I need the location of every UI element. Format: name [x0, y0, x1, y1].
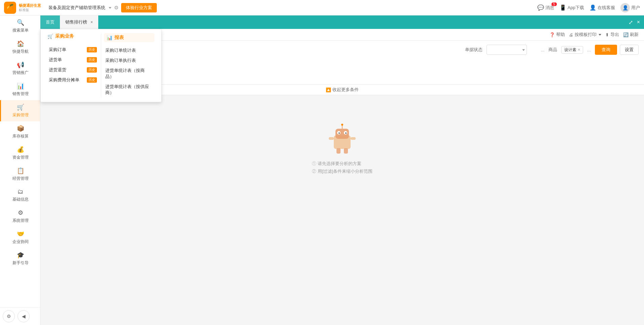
- po-stats-label: 采购订单统计表: [105, 47, 136, 53]
- online-service-label: 在线客服: [598, 5, 615, 11]
- sidebar-label-operations: 经营管理: [12, 176, 29, 181]
- goods-dots[interactable]: ...: [587, 47, 591, 52]
- tab-bar: 首页 销售排行榜 × ⤢ ×: [40, 15, 644, 29]
- service-icon: 👤: [589, 4, 596, 11]
- app-download-action[interactable]: 📱 App下载: [560, 4, 584, 11]
- sidebar-item-inventory[interactable]: 📦 库存核算: [0, 121, 40, 143]
- dropdown-item-po-exec[interactable]: 采购订单执行表: [104, 55, 155, 66]
- export-action[interactable]: ⬆ 导出: [605, 32, 619, 38]
- setting-button[interactable]: 设置: [620, 45, 639, 55]
- inventory-icon: 📦: [17, 125, 24, 132]
- avatar: 👤: [620, 3, 630, 12]
- svg-point-5: [345, 132, 347, 134]
- empty-hints: 请先选择要分析的方案 用[过滤]条件来缩小分析范围: [312, 160, 372, 175]
- sidebar-label-finance: 资金管理: [12, 155, 29, 160]
- purchase-arrival-label: 进货单: [49, 57, 62, 63]
- dropdown-columns: 🛒 采购业务 采购订单 历史 进货单 历史 进货退货 历史 采购费用分摊单 历史: [45, 33, 157, 98]
- empty-hint-1: 请先选择要分析的方案: [312, 160, 372, 167]
- newbie-icon: 🎓: [17, 251, 24, 259]
- purchase-col: 🛒 采购业务 采购订单 历史 进货单 历史 进货退货 历史 采购费用分摊单 历史: [45, 33, 101, 98]
- message-icon: 💬: [537, 4, 544, 11]
- print-chevron-icon: [599, 34, 601, 36]
- dropdown-item-arrival-by-goods[interactable]: 进货单统计表（按商品）: [104, 66, 155, 82]
- sidebar-item-sales[interactable]: 📊 销售管理: [0, 79, 40, 100]
- tab-close-icon[interactable]: ×: [91, 20, 93, 25]
- purchase-expense-history-badge: 历史: [87, 77, 97, 83]
- goods-tag-text: 设计素: [564, 47, 576, 53]
- online-service-action[interactable]: 👤 在线客服: [589, 4, 615, 11]
- refresh-action[interactable]: 🔄 刷新: [623, 32, 639, 38]
- svg-point-4: [338, 132, 340, 134]
- dropdown-item-arrival-by-supplier[interactable]: 进货单统计表（按供应商）: [104, 82, 155, 98]
- tab-home-label: 首页: [46, 19, 55, 25]
- goods-tag-close-icon[interactable]: ×: [578, 47, 580, 52]
- sidebar-item-search[interactable]: 🔍 搜索菜单: [0, 15, 40, 37]
- sidebar-label-system: 系统管理: [12, 218, 29, 224]
- sidebar-label-inventory: 库存核算: [12, 133, 29, 139]
- user-action[interactable]: 👤 用户: [620, 3, 640, 12]
- system-name: 装备及固定资产辅助管理系统: [48, 5, 105, 11]
- export-label: 导出: [610, 32, 619, 38]
- svg-rect-11: [344, 148, 348, 154]
- user-label: 用户: [631, 5, 640, 11]
- message-action[interactable]: 💬 消息 5: [537, 4, 554, 11]
- dropdown-item-po-stats[interactable]: 采购订单统计表: [104, 45, 155, 55]
- help-icon: ❓: [549, 32, 555, 37]
- app-download-label: App下载: [568, 5, 584, 11]
- logo-icon: 🍊: [4, 2, 16, 14]
- dropdown-item-purchase-order[interactable]: 采购订单 历史: [47, 45, 98, 55]
- reports-section-label: 报表: [114, 35, 124, 41]
- sidebar-item-operations[interactable]: 📋 经营管理: [0, 164, 40, 185]
- gear-icon[interactable]: ⚙: [114, 5, 118, 11]
- marketing-icon: 📢: [17, 61, 24, 69]
- reports-section-title: 📊 报表: [104, 33, 155, 42]
- sidebar-label-newbie: 新手引导: [12, 260, 29, 266]
- enterprise-icon: 🤝: [17, 230, 24, 238]
- logo-text: 畅捷通好生意 标准版: [19, 3, 41, 12]
- query-button[interactable]: 查询: [595, 45, 617, 55]
- sidebar-item-newbie[interactable]: 🎓 新手引导: [0, 248, 40, 269]
- basic-info-icon: 🗂: [17, 188, 24, 195]
- sidebar-collapse-btn[interactable]: ◀: [17, 310, 30, 322]
- purchase-return-label: 进货退货: [49, 67, 66, 73]
- system-chevron-icon[interactable]: [109, 7, 111, 9]
- industry-btn[interactable]: 体验行业方案: [121, 3, 157, 12]
- mobile-icon: 📱: [560, 4, 566, 11]
- sidebar-label-search: 搜索菜单: [12, 28, 29, 33]
- tab-home[interactable]: 首页: [40, 15, 60, 29]
- sidebar-settings-btn[interactable]: ⚙: [3, 310, 15, 322]
- empty-hint-2: 用[过滤]条件来缩小分析范围: [312, 167, 372, 175]
- svg-rect-9: [351, 137, 356, 140]
- goods-tag: 设计素 ×: [561, 46, 583, 54]
- finance-icon: 💰: [17, 146, 24, 153]
- purchase-arrival-history-badge: 历史: [87, 57, 97, 63]
- tab-maximize-icon[interactable]: ⤢: [629, 19, 633, 26]
- purchase-dropdown: 🛒 采购业务 采购订单 历史 进货单 历史 进货退货 历史 采购费用分摊单 历史: [40, 29, 162, 102]
- sidebar-item-purchase[interactable]: 🛒 采购管理: [0, 100, 40, 121]
- topbar-actions: 💬 消息 5 📱 App下载 👤 在线客服 👤 用户: [537, 3, 640, 12]
- logo-version: 标准版: [19, 8, 41, 12]
- system-icon: ⚙: [18, 209, 23, 216]
- svg-point-7: [341, 124, 343, 126]
- sidebar-item-enterprise[interactable]: 🤝 企业协同: [0, 227, 40, 248]
- sidebar-item-marketing[interactable]: 📢 营销推广: [0, 58, 40, 79]
- help-action[interactable]: ❓ 帮助: [549, 32, 565, 38]
- purchase-order-label: 采购订单: [49, 47, 66, 53]
- print-action[interactable]: 🖨 按模板打印: [569, 32, 601, 38]
- purchase-icon: 🛒: [17, 104, 24, 111]
- svg-rect-10: [336, 148, 341, 154]
- sidebar-item-finance[interactable]: 💰 资金管理: [0, 143, 40, 164]
- search-icon: 🔍: [17, 19, 24, 26]
- reports-section-icon: 📊: [107, 35, 112, 40]
- sidebar-item-system[interactable]: ⚙ 系统管理: [0, 206, 40, 227]
- dropdown-item-purchase-expense[interactable]: 采购费用分摊单 历史: [47, 75, 98, 85]
- sidebar-bottom: ⚙ ◀: [0, 307, 40, 325]
- tab-close-all-icon[interactable]: ×: [637, 19, 640, 25]
- doc-status-select[interactable]: [487, 45, 527, 55]
- tab-sales-ranking[interactable]: 销售排行榜 ×: [60, 15, 98, 29]
- sidebar-label-enterprise: 企业协同: [12, 239, 29, 245]
- sidebar-item-basic-info[interactable]: 🗂 基础信息: [0, 185, 40, 206]
- sidebar-item-quick-nav[interactable]: 🏠 快捷导航: [0, 37, 40, 58]
- dropdown-item-purchase-arrival[interactable]: 进货单 历史: [47, 55, 98, 65]
- dropdown-item-purchase-return[interactable]: 进货退货 历史: [47, 65, 98, 75]
